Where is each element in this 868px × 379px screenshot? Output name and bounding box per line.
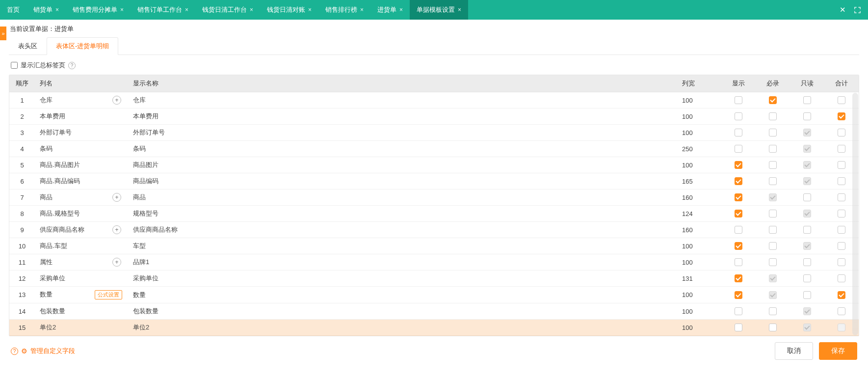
close-icon[interactable]: ×: [185, 6, 188, 13]
checkbox[interactable]: [735, 161, 742, 169]
cell-width[interactable]: 100: [677, 238, 721, 254]
checkbox[interactable]: [769, 161, 777, 169]
inner-tab[interactable]: 表头区: [9, 37, 47, 54]
cell-display[interactable]: 车型: [128, 238, 677, 254]
top-tab[interactable]: 销售排行榜×: [318, 0, 370, 20]
expand-sidebar-handle[interactable]: »: [0, 27, 6, 40]
cell-width[interactable]: 100: [677, 287, 721, 303]
cell-display[interactable]: 采购单位: [128, 271, 677, 287]
cell-display[interactable]: 商品编码: [128, 173, 677, 190]
table-row[interactable]: 13数量公式设置数量100: [9, 287, 859, 303]
cell-display[interactable]: 包装数量: [128, 303, 677, 320]
cell-width[interactable]: 100: [677, 320, 721, 336]
checkbox[interactable]: [838, 242, 845, 250]
cell-width[interactable]: 100: [677, 92, 721, 108]
cell-width[interactable]: 100: [677, 125, 721, 141]
cell-width[interactable]: 165: [677, 173, 721, 190]
table-row[interactable]: 6商品.商品编码商品编码165: [9, 173, 859, 190]
manage-custom-fields-link[interactable]: 管理自定义字段: [30, 347, 75, 355]
top-tab[interactable]: 进货单×: [370, 0, 410, 20]
checkbox[interactable]: [735, 129, 742, 136]
top-tab[interactable]: 单据模板设置×: [410, 0, 468, 20]
close-icon[interactable]: ×: [250, 6, 253, 13]
checkbox[interactable]: [838, 161, 845, 169]
cell-display[interactable]: 仓库: [128, 92, 677, 108]
table-row[interactable]: 7商品+商品160: [9, 190, 859, 206]
checkbox[interactable]: [735, 258, 742, 266]
checkbox[interactable]: [735, 177, 742, 185]
table-row[interactable]: 15单位2单位2100: [9, 320, 859, 336]
checkbox[interactable]: [803, 193, 811, 201]
checkbox[interactable]: [769, 210, 777, 217]
close-icon[interactable]: ×: [120, 6, 124, 13]
cell-width[interactable]: 100: [677, 108, 721, 125]
help-icon[interactable]: ?: [68, 62, 76, 69]
checkbox[interactable]: [838, 274, 845, 282]
cell-display[interactable]: 条码: [128, 141, 677, 157]
table-row[interactable]: 14包装数量包装数量100: [9, 303, 859, 320]
plus-icon[interactable]: +: [112, 258, 121, 267]
close-icon[interactable]: ×: [360, 6, 364, 13]
checkbox[interactable]: [769, 226, 777, 234]
cell-width[interactable]: 250: [677, 141, 721, 157]
table-scrollbar[interactable]: [852, 93, 858, 335]
checkbox[interactable]: [838, 307, 845, 315]
table-row[interactable]: 9供应商商品名称+供应商商品名称160: [9, 222, 859, 238]
checkbox[interactable]: [838, 177, 845, 185]
checkbox[interactable]: [838, 210, 845, 217]
checkbox[interactable]: [769, 145, 777, 153]
checkbox[interactable]: [735, 307, 742, 315]
checkbox[interactable]: [769, 177, 777, 185]
plus-icon[interactable]: +: [112, 96, 121, 105]
cell-display[interactable]: 供应商商品名称: [128, 222, 677, 238]
checkbox[interactable]: [838, 193, 845, 201]
table-row[interactable]: 5商品.商品图片商品图片100: [9, 157, 859, 173]
table-row[interactable]: 10商品.车型车型100: [9, 238, 859, 254]
checkbox[interactable]: [838, 112, 845, 120]
cell-width[interactable]: 131: [677, 271, 721, 287]
cell-display[interactable]: 规格型号: [128, 206, 677, 222]
table-row[interactable]: 2本单费用本单费用100: [9, 108, 859, 125]
show-summary-checkbox[interactable]: [11, 62, 18, 69]
cell-display[interactable]: 品牌1: [128, 254, 677, 271]
checkbox[interactable]: [838, 96, 845, 104]
checkbox[interactable]: [735, 291, 742, 299]
table-row[interactable]: 12采购单位采购单位131: [9, 271, 859, 287]
checkbox[interactable]: [838, 145, 845, 153]
table-row[interactable]: 1仓库+仓库100: [9, 92, 859, 108]
top-tab[interactable]: 销售订单工作台×: [131, 0, 195, 20]
cell-display[interactable]: 本单费用: [128, 108, 677, 125]
top-tab[interactable]: 钱货日清对账×: [260, 0, 318, 20]
checkbox[interactable]: [735, 274, 742, 282]
save-button[interactable]: 保存: [819, 342, 857, 360]
fullscreen-icon[interactable]: [852, 5, 862, 15]
checkbox[interactable]: [735, 145, 742, 153]
cell-width[interactable]: 160: [677, 190, 721, 206]
table-row[interactable]: 8商品.规格型号规格型号124: [9, 206, 859, 222]
cell-width[interactable]: 160: [677, 222, 721, 238]
cell-width[interactable]: 100: [677, 303, 721, 320]
footer-help-icon[interactable]: ?: [11, 348, 18, 355]
checkbox[interactable]: [735, 193, 742, 201]
cell-width[interactable]: 124: [677, 206, 721, 222]
top-tab[interactable]: 销货单×: [26, 0, 66, 20]
checkbox[interactable]: [838, 258, 845, 266]
plus-icon[interactable]: +: [112, 193, 121, 202]
checkbox[interactable]: [769, 96, 777, 104]
top-tab[interactable]: 钱货日清工作台×: [195, 0, 260, 20]
top-tab[interactable]: 首页: [0, 0, 26, 20]
checkbox[interactable]: [838, 129, 845, 136]
cell-width[interactable]: 100: [677, 254, 721, 271]
cell-width[interactable]: 100: [677, 157, 721, 173]
close-icon[interactable]: ×: [55, 6, 59, 13]
checkbox[interactable]: [803, 112, 811, 120]
top-tab[interactable]: 销售费用分摊单×: [66, 0, 131, 20]
close-icon[interactable]: ×: [399, 6, 403, 13]
checkbox[interactable]: [735, 324, 742, 331]
checkbox[interactable]: [803, 258, 811, 266]
plus-icon[interactable]: +: [112, 225, 121, 234]
close-all-icon[interactable]: ✕: [838, 5, 847, 15]
table-row[interactable]: 4条码条码250: [9, 141, 859, 157]
checkbox[interactable]: [838, 291, 845, 299]
cell-display[interactable]: 数量: [128, 287, 677, 303]
